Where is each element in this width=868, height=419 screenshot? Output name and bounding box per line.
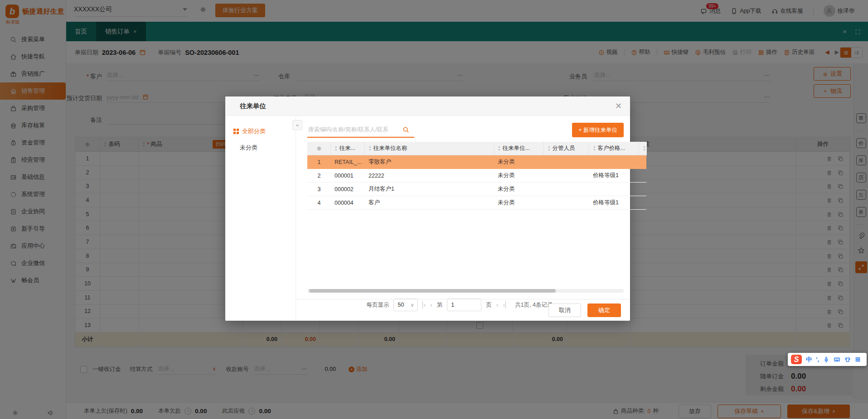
dialog-body: + 新增往来单位 ▲▼往来...▲▼往来单位名称▲▼往来单位...▲▼分管人员▲… — [296, 116, 630, 321]
category-uncategorized[interactable]: 未分类 — [225, 135, 296, 152]
dialog-title: 往来单位 — [240, 102, 266, 111]
ime-skin-icon[interactable] — [844, 356, 851, 363]
table-settings-icon[interactable] — [307, 142, 331, 155]
partner-col[interactable]: ▲▼客户价格... — [589, 142, 639, 155]
ime-logo-icon[interactable]: S — [791, 355, 802, 364]
partner-row[interactable]: 1RETAIL_...零散客户未分类 — [307, 155, 624, 169]
collapse-panel-icon[interactable]: « — [292, 120, 302, 130]
add-partner-button[interactable]: + 新增往来单位 — [572, 123, 624, 137]
ime-lang-icon[interactable]: 中 — [806, 356, 812, 364]
partner-dialog: 往来单位 ✕ 全部分类 未分类 « + 新增往来单位 ▲▼往来...▲▼往来单位… — [225, 96, 630, 321]
category-panel: 全部分类 未分类 — [225, 116, 296, 321]
search-icon[interactable] — [402, 126, 409, 133]
partner-row[interactable]: 4000004客户未分类价格等级1 — [307, 196, 624, 210]
scrollbar-thumb[interactable] — [309, 289, 556, 293]
app-root: b 畅捷通好生意 标准版 搜索菜单快捷导航营销推广销售管理采购管理库存核算资金管… — [0, 0, 868, 419]
dialog-close-icon[interactable]: ✕ — [615, 102, 622, 110]
partner-search-input[interactable] — [307, 122, 414, 138]
partner-row[interactable]: 3000002月结客户1未分类 — [307, 183, 624, 196]
cancel-button[interactable]: 取消 — [548, 303, 581, 317]
partner-table: ▲▼往来...▲▼往来单位名称▲▼往来单位...▲▼分管人员▲▼客户价格...▲… — [307, 142, 624, 210]
ime-mic-icon[interactable] — [823, 356, 829, 363]
ime-keyboard-icon[interactable] — [834, 356, 840, 363]
partner-table-header: ▲▼往来...▲▼往来单位名称▲▼往来单位...▲▼分管人员▲▼客户价格...▲… — [307, 142, 624, 155]
partner-col[interactable]: ▲▼往来单位名称 — [365, 142, 494, 155]
partner-col[interactable]: ▲▼商 — [639, 142, 647, 155]
ime-toolbar: S 中 ’, — [788, 353, 867, 366]
partner-col[interactable]: ▲▼往来... — [331, 142, 365, 155]
category-grid-icon — [233, 129, 239, 134]
ok-button[interactable]: 确定 — [587, 303, 621, 317]
ime-punct-icon[interactable]: ’, — [816, 356, 819, 363]
ime-toolbox-icon[interactable] — [855, 356, 861, 362]
horizontal-scrollbar — [307, 289, 624, 293]
partner-col[interactable]: ▲▼分管人员 — [544, 142, 589, 155]
partner-col[interactable]: ▲▼往来单位... — [494, 142, 544, 155]
category-all[interactable]: 全部分类 — [225, 116, 296, 135]
partner-row[interactable]: 200000122222未分类价格等级1 — [307, 169, 624, 183]
